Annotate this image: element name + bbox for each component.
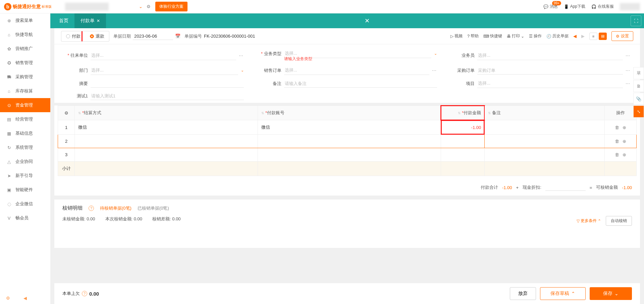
- sidebar-item-collab[interactable]: △企业协同: [0, 155, 50, 169]
- sidebar-item-search[interactable]: ⊕搜索菜单: [0, 13, 50, 28]
- th-amount[interactable]: ⇅*付款金额: [441, 106, 485, 120]
- delete-icon[interactable]: 🗑: [615, 152, 619, 157]
- sale-order-select[interactable]: 选择...: [284, 66, 430, 75]
- cell-settle[interactable]: [75, 135, 258, 148]
- fullscreen-icon[interactable]: ⛶: [631, 15, 641, 26]
- tab-payment[interactable]: 付款单✕: [74, 13, 106, 28]
- chevron-down-icon[interactable]: ⌄: [241, 68, 244, 73]
- doc-date-input[interactable]: [133, 33, 173, 40]
- sidebar-item-operations[interactable]: ▤经营管理: [0, 112, 50, 126]
- app-download-link[interactable]: 📱 App下载: [564, 4, 585, 9]
- sidebar-item-purchase[interactable]: ⛟采购管理: [0, 70, 50, 84]
- sidebar-item-member[interactable]: V畅会员: [0, 211, 50, 225]
- th-settle[interactable]: ⇅*结算方式: [75, 106, 258, 120]
- shortcut-link[interactable]: ⌨快捷键: [483, 33, 502, 39]
- operate-link[interactable]: ☰操作: [529, 33, 542, 39]
- rail-attach-icon[interactable]: 📎: [633, 93, 644, 105]
- tab-pending[interactable]: 待核销单据(0笔): [100, 205, 131, 211]
- table-row[interactable]: 3 🗑⊕: [58, 148, 637, 162]
- history-link[interactable]: 🕘历史单据: [546, 33, 569, 39]
- sidebar-item-guide[interactable]: ➤新手引导: [0, 169, 50, 183]
- cell-remark[interactable]: [485, 120, 605, 135]
- tab-home[interactable]: 首页: [53, 13, 74, 28]
- sidebar-item-hardware[interactable]: ▣智能硬件: [0, 183, 50, 197]
- sidebar-item-basic[interactable]: ▦基础信息: [0, 126, 50, 140]
- cell-remark[interactable]: [485, 148, 605, 162]
- sidebar-item-quicknav[interactable]: ⌂快捷导航: [0, 28, 50, 42]
- save-button[interactable]: 保存⌄: [590, 287, 632, 300]
- remark-input[interactable]: [284, 80, 437, 88]
- add-row-icon[interactable]: ⊕: [623, 152, 626, 157]
- th-remark[interactable]: ⇅备注: [485, 106, 605, 120]
- cell-settle[interactable]: 微信: [75, 120, 258, 135]
- th-gear[interactable]: ⚙: [58, 106, 75, 120]
- operator-select[interactable]: 选择...: [477, 51, 623, 60]
- cell-amount[interactable]: [441, 135, 485, 148]
- sidebar-item-system[interactable]: ↻系统管理: [0, 140, 50, 155]
- collapse-icon[interactable]: ◀: [23, 296, 27, 301]
- customer-service-link[interactable]: 🎧 在线客服: [591, 4, 614, 9]
- sidebar-item-sales[interactable]: ✪销售管理: [0, 56, 50, 70]
- rail-expand-icon[interactable]: ⤡: [633, 105, 644, 118]
- more-icon[interactable]: ⋯: [626, 68, 631, 73]
- trial-button[interactable]: 体验行业方案: [155, 2, 187, 11]
- cell-account[interactable]: [258, 135, 441, 148]
- project-select[interactable]: 选择...: [477, 79, 623, 88]
- th-account[interactable]: ⇅*付款账号: [258, 106, 441, 120]
- prev-arrow-icon[interactable]: ◀: [573, 34, 577, 39]
- summary-input[interactable]: [91, 80, 244, 88]
- settings-gear-icon[interactable]: ⚙: [6, 296, 10, 301]
- more-icon[interactable]: ⋯: [626, 81, 631, 86]
- radio-refund[interactable]: 退款: [85, 31, 109, 41]
- sidebar-item-inventory[interactable]: ⌂库存核算: [0, 84, 50, 98]
- view-list-icon[interactable]: ≡: [589, 33, 597, 40]
- unit-select[interactable]: 选择...: [91, 51, 236, 60]
- sidebar-item-wechat[interactable]: ◌企业微信: [0, 197, 50, 211]
- chevron-down-icon[interactable]: ⌄: [434, 51, 437, 56]
- auto-writeoff-button[interactable]: 自动核销: [606, 216, 632, 226]
- cell-account[interactable]: [258, 148, 441, 162]
- messages-link[interactable]: 💬 消息 99+: [543, 4, 558, 9]
- org-chevron-icon[interactable]: ⌄: [139, 4, 143, 9]
- settings-button[interactable]: ⚙设置: [611, 31, 633, 41]
- discard-button[interactable]: 放弃: [510, 287, 536, 300]
- table-row[interactable]: 2 🗑⊕: [58, 135, 637, 148]
- close-icon[interactable]: ✕: [97, 18, 100, 23]
- radio-payment[interactable]: 付款: [61, 31, 85, 41]
- tab-done[interactable]: 已核销单据(0笔): [138, 205, 169, 211]
- more-icon[interactable]: ⋯: [239, 53, 244, 58]
- view-form-icon[interactable]: ▤: [599, 33, 607, 40]
- more-icon[interactable]: ⋯: [432, 68, 437, 73]
- test1-input[interactable]: [91, 92, 244, 100]
- help-link[interactable]: ?帮助: [467, 33, 479, 39]
- cell-remark[interactable]: [485, 135, 605, 148]
- rail-doc-icon[interactable]: 🗎: [633, 80, 644, 92]
- close-all-icon[interactable]: ✕: [365, 17, 370, 25]
- user-avatar-blurred[interactable]: [620, 3, 640, 10]
- next-arrow-icon[interactable]: ▶: [581, 34, 585, 39]
- cell-settle[interactable]: [75, 148, 258, 162]
- video-link[interactable]: ▷视频: [450, 33, 463, 39]
- sidebar-item-marketing[interactable]: ✿营销推广: [0, 42, 50, 56]
- more-icon[interactable]: ⋯: [626, 53, 631, 58]
- add-row-icon[interactable]: ⊕: [623, 139, 626, 144]
- calendar-icon[interactable]: 📅: [175, 34, 180, 39]
- delete-icon[interactable]: 🗑: [615, 125, 619, 130]
- more-conditions-link[interactable]: ▽更多条件⌃: [577, 218, 601, 224]
- save-draft-button[interactable]: 保存草稿⌃: [540, 287, 586, 300]
- sidebar-item-funds[interactable]: ⊙资金管理: [0, 98, 50, 112]
- cell-account[interactable]: 微信: [258, 120, 441, 135]
- table-row[interactable]: 1 微信 微信 -1.00 🗑⊕: [58, 120, 637, 135]
- cell-amount[interactable]: -1.00: [441, 120, 485, 135]
- purchase-order-input[interactable]: [477, 67, 623, 75]
- delete-icon[interactable]: 🗑: [615, 139, 619, 144]
- info-icon[interactable]: ?: [89, 206, 94, 211]
- dept-select[interactable]: 选择...: [91, 66, 238, 75]
- discount-input[interactable]: [545, 184, 586, 191]
- rail-draft-icon[interactable]: 草: [633, 67, 644, 79]
- gear-icon[interactable]: ⚙: [147, 4, 151, 9]
- print-link[interactable]: 🖶打印⌄: [507, 33, 524, 39]
- cell-amount[interactable]: [441, 148, 485, 162]
- info-icon[interactable]: ?: [82, 291, 87, 296]
- add-row-icon[interactable]: ⊕: [623, 125, 626, 130]
